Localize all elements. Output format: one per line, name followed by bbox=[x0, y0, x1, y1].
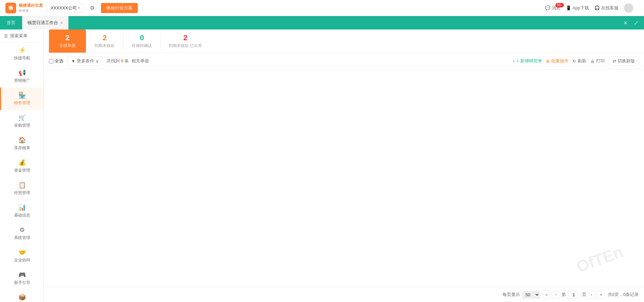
sidebar-item-label: 新手引导 bbox=[14, 280, 30, 286]
batch-icon: ⊞ bbox=[546, 59, 550, 64]
phone-icon: 📱 bbox=[566, 5, 571, 10]
pagination: 每页显示 50 10 20 100 « ‹ 第 页 › » 共0页，0条记录 bbox=[44, 287, 644, 302]
stat-tab-wangpu[interactable]: 0 旺铺待确认 bbox=[123, 29, 160, 53]
tab-work-bench[interactable]: 钱货日清工作台 ✕ bbox=[22, 16, 68, 29]
header-left: 畅 畅捷通好生意 标准版 XXXXXX公司 ▾ ⚙ 体验行业方案 bbox=[5, 3, 138, 13]
last-page-button[interactable]: » bbox=[597, 291, 605, 299]
quick-nav-icon: ⚡ bbox=[18, 47, 26, 54]
tab-bar-actions: ✕ ⤢ bbox=[621, 19, 644, 27]
tab-label: 钱货日清工作台 bbox=[28, 20, 58, 26]
tab-home[interactable]: 首页 bbox=[0, 16, 22, 29]
tab-close-button[interactable]: ✕ bbox=[621, 19, 629, 27]
sidebar: ☰ 搜索菜单 ⚡ 快捷导航 📢 营销推广 🏪 销售管理 🛒 采购管理 🏠 库存核… bbox=[0, 29, 44, 302]
sidebar-item-basic-info[interactable]: 📊 基础信息 bbox=[0, 200, 43, 222]
logo-icon: 畅 bbox=[5, 3, 16, 13]
toolbar: 全选 ▼ 更多条件 ∨ 共找到 0 条 相关单据 + + 新增销货单 ⊞ bbox=[44, 53, 644, 69]
sidebar-item-quick-nav[interactable]: ⚡ 快捷导航 bbox=[0, 43, 43, 65]
page-label: 第 bbox=[561, 292, 566, 298]
sidebar-item-label: 系统管理 bbox=[14, 235, 30, 241]
print-button[interactable]: 🖨 打印 bbox=[590, 58, 605, 64]
industry-button[interactable]: 体验行业方案 bbox=[101, 3, 138, 13]
toolbar-right: + + 新增销货单 ⊞ 批量操作 ↻ 刷新 🖨 打印 ⇄ 切换新版 bbox=[513, 56, 639, 66]
marketing-icon: 📢 bbox=[18, 69, 26, 76]
sidebar-item-label: 企业协同 bbox=[14, 257, 30, 263]
add-sales-order-button[interactable]: + + 新增销货单 bbox=[513, 58, 542, 64]
stat-label-all: 全部单据 bbox=[59, 43, 75, 49]
company-name: XXXXXX公司 bbox=[51, 5, 77, 11]
add-btn-label: + 新增销货单 bbox=[517, 58, 542, 64]
print-label: 打印 bbox=[596, 58, 605, 64]
related-link[interactable]: 相关单据 bbox=[131, 58, 149, 63]
stat-label-overdue: 到期未收款 bbox=[95, 43, 115, 49]
headset-icon: 🎧 bbox=[594, 5, 600, 10]
stat-tab-shipped[interactable]: 2 到期未收款 已出库 bbox=[161, 29, 210, 53]
sidebar-item-funds[interactable]: 💰 资金管理 bbox=[0, 155, 43, 177]
basic-info-icon: 📊 bbox=[18, 204, 26, 211]
sidebar-item-system[interactable]: ⚙ 系统管理 bbox=[0, 222, 43, 245]
filter-button[interactable]: ▼ 更多条件 ∨ bbox=[67, 56, 103, 66]
prev-page-button[interactable]: ‹ bbox=[552, 291, 560, 299]
sidebar-item-label: 采购管理 bbox=[14, 123, 30, 128]
app-download-label: App下载 bbox=[573, 5, 589, 11]
company-selector[interactable]: XXXXXX公司 ▾ bbox=[47, 3, 84, 13]
sidebar-item-operations[interactable]: 📋 经营管理 bbox=[0, 177, 43, 200]
stat-label-wangpu: 旺铺待确认 bbox=[132, 43, 152, 49]
system-icon: ⚙ bbox=[19, 226, 25, 234]
sidebar-item-newbie[interactable]: 🎮 新手引导 bbox=[0, 267, 43, 290]
refresh-icon: ↻ bbox=[573, 59, 576, 64]
sidebar-item-sales[interactable]: 🏪 销售管理 bbox=[0, 87, 43, 110]
select-all-input[interactable] bbox=[49, 59, 53, 63]
sidebar-item-inventory[interactable]: 🏠 库存核算 bbox=[0, 132, 43, 155]
stat-tab-overdue[interactable]: 2 到期未收款 bbox=[86, 29, 123, 53]
stats-tabs: 2 全部单据 2 到期未收款 0 旺铺待确认 2 到期未收款 已出库 bbox=[44, 29, 644, 53]
search-menu-button[interactable]: ☰ 搜索菜单 bbox=[0, 29, 43, 43]
user-avatar[interactable] bbox=[624, 3, 633, 13]
per-page-label: 每页显示 bbox=[502, 292, 520, 298]
sidebar-item-purchase[interactable]: 🛒 采购管理 bbox=[0, 110, 43, 132]
newbie-icon: 🎮 bbox=[18, 271, 26, 279]
filter-label: 更多条件 bbox=[77, 58, 94, 64]
found-text: 共找到 0 条 相关单据 bbox=[107, 58, 149, 64]
top-header: 畅 畅捷通好生意 标准版 XXXXXX公司 ▾ ⚙ 体验行业方案 💬 消息 99… bbox=[0, 0, 644, 16]
sidebar-item-enterprise[interactable]: 🤝 企业协同 bbox=[0, 245, 43, 267]
sidebar-item-app-center[interactable]: 📦 应用中心 bbox=[0, 290, 43, 302]
main-layout: ☰ 搜索菜单 ⚡ 快捷导航 📢 营销推广 🏪 销售管理 🛒 采购管理 🏠 库存核… bbox=[0, 29, 644, 302]
sidebar-item-label: 销售管理 bbox=[14, 100, 30, 106]
print-icon: 🖨 bbox=[590, 59, 595, 64]
select-all-checkbox[interactable]: 全选 bbox=[49, 58, 63, 64]
message-button[interactable]: 💬 消息 99+ bbox=[545, 5, 560, 11]
enterprise-icon: 🤝 bbox=[18, 249, 26, 256]
app-download-button[interactable]: 📱 App下载 bbox=[566, 5, 589, 11]
stat-label-shipped: 到期未收款 已出库 bbox=[169, 43, 202, 49]
found-count: 0 bbox=[121, 58, 123, 63]
stat-num-wangpu: 0 bbox=[140, 34, 144, 42]
page-input[interactable] bbox=[567, 291, 581, 298]
content-area: 2 全部单据 2 到期未收款 0 旺铺待确认 2 到期未收款 已出库 bbox=[44, 29, 644, 302]
stat-tab-all[interactable]: 2 全部单据 bbox=[49, 29, 86, 53]
next-page-button[interactable]: › bbox=[588, 291, 596, 299]
batch-label: 批量操作 bbox=[551, 58, 569, 64]
chevron-down-icon: ▾ bbox=[78, 6, 80, 10]
sales-icon: 🏪 bbox=[18, 92, 26, 99]
stat-num-overdue: 2 bbox=[103, 34, 107, 42]
sidebar-item-marketing[interactable]: 📢 营销推广 bbox=[0, 65, 43, 87]
sidebar-item-label: 快捷导航 bbox=[14, 55, 30, 61]
switch-version-button[interactable]: ⇄ 切换新版 bbox=[609, 56, 639, 66]
purchase-icon: 🛒 bbox=[18, 114, 26, 121]
online-service-button[interactable]: 🎧 在线客服 bbox=[594, 5, 619, 11]
logo-text: 畅捷通好生意 标准版 bbox=[19, 3, 43, 13]
refresh-button[interactable]: ↻ 刷新 bbox=[573, 58, 586, 64]
sidebar-item-label: 库存核算 bbox=[14, 145, 30, 151]
header-right: 💬 消息 99+ 📱 App下载 🎧 在线客服 bbox=[545, 3, 639, 13]
per-page-select[interactable]: 50 10 20 100 bbox=[523, 291, 540, 299]
settings-button[interactable]: ⚙ bbox=[88, 3, 97, 13]
online-service-label: 在线客服 bbox=[601, 5, 619, 11]
sidebar-item-label: 营销推广 bbox=[14, 78, 30, 83]
tab-expand-button[interactable]: ⤢ bbox=[632, 19, 640, 27]
funds-icon: 💰 bbox=[18, 159, 26, 166]
refresh-label: 刷新 bbox=[578, 58, 586, 64]
tab-close-icon[interactable]: ✕ bbox=[60, 21, 63, 25]
first-page-button[interactable]: « bbox=[543, 291, 551, 299]
switch-icon: ⇄ bbox=[612, 59, 616, 64]
batch-operation-button[interactable]: ⊞ 批量操作 bbox=[546, 58, 569, 64]
